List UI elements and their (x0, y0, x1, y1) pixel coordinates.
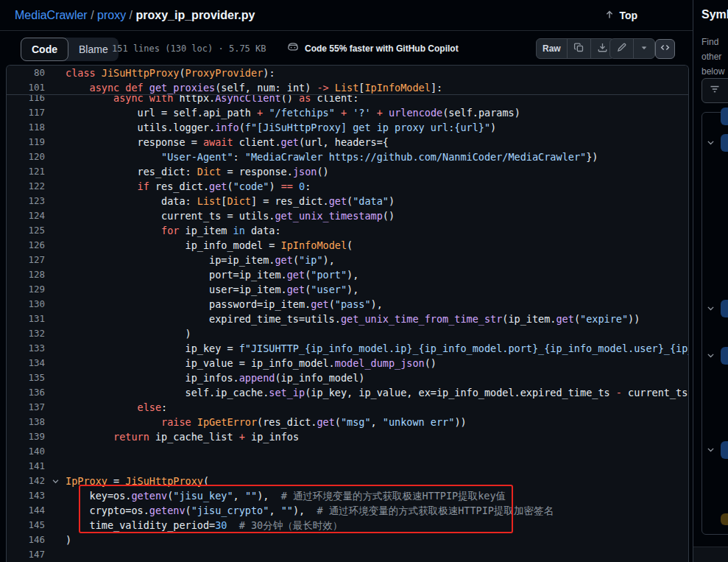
fold-gutter (45, 341, 66, 356)
code-text: IpProxy = JiSuHttpProxy( (66, 474, 688, 488)
fold-gutter (45, 326, 66, 341)
line-number[interactable]: 134 (7, 356, 45, 370)
code-text: response = await client.get(url, headers… (66, 135, 688, 150)
line-number[interactable]: 80 (7, 66, 45, 80)
line-number[interactable]: 132 (7, 326, 45, 341)
line-number[interactable]: 133 (7, 341, 45, 356)
copy-raw-button[interactable] (567, 39, 590, 58)
code-line: 136 self.ip_cache.set_ip(ip_key, ip_valu… (7, 385, 688, 400)
sticky-context-header: 80class JiSuHttpProxy(ProxyProvider):101… (7, 66, 688, 95)
symbol-item[interactable] (721, 300, 728, 317)
line-number[interactable]: 127 (7, 253, 45, 267)
chevron-down-icon[interactable] (706, 444, 716, 454)
code-text: time_validity_period=30 # 30分钟（最长时效） (66, 518, 688, 533)
line-number[interactable]: 145 (7, 518, 45, 533)
line-number[interactable]: 130 (7, 297, 45, 312)
line-number[interactable]: 123 (7, 194, 45, 208)
line-number[interactable]: 121 (7, 164, 45, 179)
line-number[interactable]: 122 (7, 179, 45, 194)
code-line: 140 (7, 444, 688, 459)
symbols-panel-toggle[interactable] (655, 39, 675, 59)
fold-gutter (45, 415, 66, 429)
chevron-down-icon[interactable] (706, 303, 716, 313)
code-text: else: (66, 400, 688, 415)
fold-gutter (45, 223, 66, 238)
symbol-item[interactable] (721, 134, 728, 152)
line-number[interactable]: 125 (7, 223, 45, 238)
line-number[interactable]: 142 (7, 474, 45, 488)
edit-file-button[interactable] (610, 39, 633, 58)
code-line: 127 ip=ip_item.get("ip"), (7, 253, 688, 267)
back-to-top-button[interactable]: Top (604, 5, 637, 26)
symbol-item[interactable] (721, 347, 728, 365)
tab-blame[interactable]: Blame (68, 38, 119, 61)
sidebar-footer (693, 547, 728, 562)
line-number[interactable]: 146 (7, 533, 45, 547)
breadcrumb-bar: MediaCrawler / proxy / proxy_ip_provider… (0, 0, 693, 31)
code-text: data: List[Dict] = res_dict.get("data") (66, 194, 688, 208)
chevron-down-icon[interactable] (706, 350, 716, 360)
line-number[interactable]: 118 (7, 120, 45, 135)
tab-code[interactable]: Code (21, 38, 68, 61)
code-line: 138 raise IpGetError(res_dict.get("msg",… (7, 415, 688, 429)
code-line: 146) (7, 533, 688, 547)
code-line: 80class JiSuHttpProxy(ProxyProvider): (7, 66, 688, 80)
fold-gutter (45, 164, 66, 179)
line-number[interactable]: 128 (7, 267, 45, 282)
caret-down-icon (640, 43, 649, 55)
up-arrow-icon (604, 10, 615, 22)
fold-gutter (45, 179, 66, 194)
line-number[interactable]: 129 (7, 282, 45, 297)
line-number[interactable]: 135 (7, 370, 45, 385)
symbol-item[interactable] (721, 441, 728, 459)
symbol-item-highlighted[interactable] (721, 513, 728, 525)
line-number[interactable]: 136 (7, 385, 45, 400)
breadcrumb-repo-link[interactable]: MediaCrawler (15, 9, 88, 22)
line-number[interactable]: 101 (7, 80, 45, 95)
code-line: 128 port=ip_item.get("port"), (7, 267, 688, 282)
download-icon (597, 42, 608, 55)
breadcrumb-folder-link[interactable]: proxy (97, 9, 126, 22)
code-line: 118 utils.logger.info(f"[JiSuHttpProxy] … (7, 120, 688, 135)
code-line: 120 "User-Agent": "MediaCrawler https://… (7, 150, 688, 164)
fold-gutter (45, 238, 66, 253)
line-number[interactable]: 140 (7, 444, 45, 459)
fold-gutter (45, 488, 66, 503)
symbol-item[interactable] (721, 108, 728, 125)
chevron-down-icon[interactable] (706, 137, 716, 147)
code-line: 117 url = self.api_path + "/fetchips" + … (7, 105, 688, 120)
code-text: key=os.getenv("jisu_key", ""), # 通过环境变量的… (66, 488, 688, 503)
line-number[interactable]: 126 (7, 238, 45, 253)
line-number[interactable]: 137 (7, 400, 45, 415)
raw-copy-download-group: Raw (536, 38, 615, 59)
code-line: 142IpProxy = JiSuHttpProxy( (7, 474, 688, 488)
code-text (66, 459, 688, 474)
line-number[interactable]: 120 (7, 150, 45, 164)
breadcrumb-filename: proxy_ip_provider.py (136, 9, 255, 22)
line-number[interactable]: 119 (7, 135, 45, 150)
fold-chevron-icon[interactable] (45, 474, 66, 488)
line-number[interactable]: 139 (7, 429, 45, 444)
line-number[interactable]: 138 (7, 415, 45, 429)
symbols-desc-line: other (702, 49, 724, 64)
symbols-filter-button[interactable] (702, 78, 728, 103)
code-line: 132 ) (7, 326, 688, 341)
code-line: 122 if res_dict.get("code") == 0: (7, 179, 688, 194)
copy-icon (573, 42, 584, 55)
line-number[interactable]: 124 (7, 208, 45, 223)
line-number[interactable]: 141 (7, 459, 45, 474)
copilot-banner[interactable]: Code 55% faster with GitHub Copilot (287, 32, 459, 65)
raw-button[interactable]: Raw (537, 39, 567, 58)
edit-dropdown-button[interactable] (633, 39, 654, 58)
line-number[interactable]: 144 (7, 503, 45, 518)
line-number[interactable]: 131 (7, 312, 45, 326)
code-text: ip_key = f"JISUHTTP_{ip_info_model.ip}_{… (66, 341, 688, 356)
line-number[interactable]: 147 (7, 547, 45, 562)
line-number[interactable]: 117 (7, 105, 45, 120)
fold-gutter (45, 135, 66, 150)
line-number[interactable]: 143 (7, 488, 45, 503)
fold-gutter (45, 444, 66, 459)
edit-button-group (609, 38, 655, 59)
fold-gutter (45, 429, 66, 444)
copilot-icon (287, 41, 299, 55)
